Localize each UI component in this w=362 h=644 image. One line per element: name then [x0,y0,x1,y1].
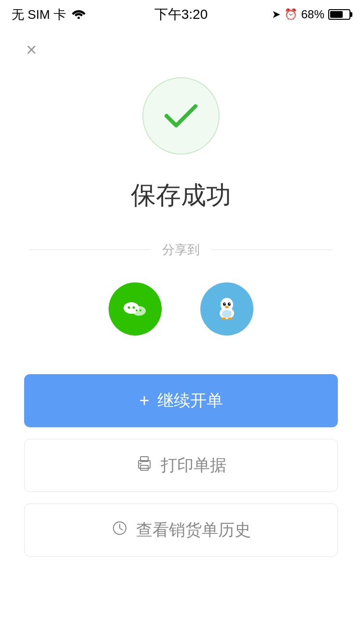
success-circle [142,77,220,154]
svg-point-11 [224,303,225,304]
svg-point-9 [223,303,226,306]
print-label: 打印单据 [161,454,226,476]
divider-line-right [211,250,333,250]
svg-point-12 [229,303,230,304]
share-qq-button[interactable] [200,282,253,336]
svg-point-4 [133,307,135,309]
history-button[interactable]: 查看销货单历史 [24,504,338,557]
checkmark-icon [162,101,200,130]
status-bar-right: ➤ ⏰ 68% [272,8,350,21]
share-divider-text: 分享到 [151,241,211,258]
svg-point-13 [225,306,229,308]
location-icon: ➤ [272,8,280,21]
print-button[interactable]: 打印单据 [24,439,338,492]
status-bar-left: 无 SIM 卡 [12,6,86,23]
close-icon: × [26,41,37,59]
success-title: 保存成功 [131,179,231,212]
continue-button[interactable]: + 继续开单 [24,374,338,427]
actions: + 继续开单 打印单据 查看销货单历史 [0,374,362,557]
svg-point-5 [136,309,138,311]
share-row [109,282,253,336]
history-label: 查看销货单历史 [136,519,251,541]
wechat-icon [121,294,150,323]
svg-point-14 [221,318,226,320]
share-wechat-button[interactable] [109,282,162,336]
svg-point-15 [228,318,233,320]
svg-point-6 [139,309,141,311]
qq-icon [212,294,242,324]
svg-point-16 [222,310,232,318]
wifi-icon [71,7,86,22]
status-bar: 无 SIM 卡 下午3:20 ➤ ⏰ 68% [0,0,362,29]
printer-icon [136,455,153,476]
close-button[interactable]: × [19,38,43,62]
svg-point-10 [228,303,231,306]
svg-point-0 [77,16,80,19]
battery-percent: 68% [301,8,324,21]
sim-text: 无 SIM 卡 [12,6,66,23]
share-divider: 分享到 [0,241,362,258]
status-bar-time: 下午3:20 [154,5,208,24]
svg-rect-20 [139,463,141,464]
alarm-icon: ⏰ [284,8,297,21]
main-content: 保存成功 分享到 [0,29,362,557]
svg-point-3 [128,307,130,309]
battery-icon [328,9,350,20]
plus-icon: + [139,391,149,411]
divider-line-left [29,250,151,250]
clock-icon [111,519,128,541]
continue-label: 继续开单 [157,390,223,412]
